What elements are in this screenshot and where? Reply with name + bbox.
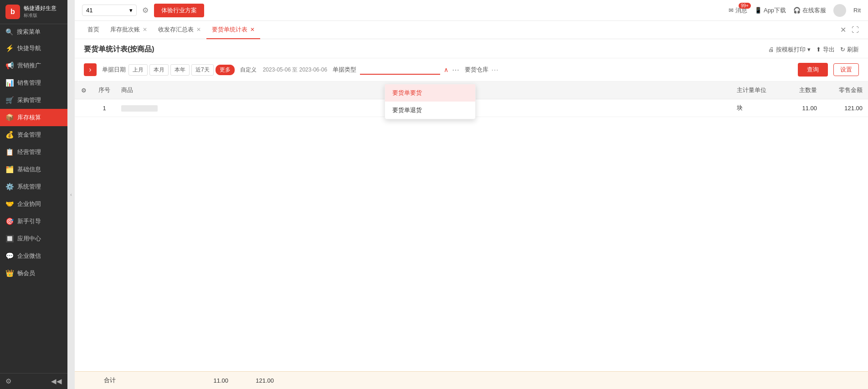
col-settings-header[interactable]: ⚙ bbox=[75, 82, 93, 99]
sidebar-item-label: 企业微信 bbox=[17, 252, 41, 260]
col-qty-header: 主数量 bbox=[777, 82, 822, 99]
sidebar-item-member[interactable]: 👑 畅会员 bbox=[0, 265, 67, 282]
sidebar-item-purchase[interactable]: 🛒 采购管理 bbox=[0, 92, 67, 109]
export-btn[interactable]: ⬆ 导出 bbox=[816, 46, 835, 54]
user-name: Rit bbox=[853, 7, 861, 14]
table-footer: 合计 11.00 121.00 bbox=[75, 371, 868, 389]
date-filter-group: 单据日期 上月 本月 本年 近7天 更多 自定义 2023-05-06 至 20… bbox=[102, 64, 327, 76]
filter-expand-btn[interactable]: › bbox=[84, 63, 97, 76]
tab-inventory-batch[interactable]: 库存批次账 ✕ bbox=[105, 21, 153, 39]
store-selector-value: 41 bbox=[86, 7, 92, 14]
message-icon: ✉ bbox=[729, 7, 734, 14]
type-filter-group: 单据类型 ∧ ⋯ bbox=[333, 65, 459, 75]
collapse-icon[interactable]: ◀◀ bbox=[51, 377, 62, 385]
sidebar-item-basic[interactable]: 🗂️ 基础信息 bbox=[0, 161, 67, 178]
this-year-btn[interactable]: 本年 bbox=[170, 64, 190, 76]
row-qty-cell: 11.00 bbox=[777, 99, 822, 117]
tab-home[interactable]: 首页 bbox=[82, 21, 105, 39]
type-dropdown-chevron-icon[interactable]: ∧ bbox=[444, 66, 448, 73]
system-icon: ⚙️ bbox=[5, 183, 14, 191]
logo-name: 畅捷通好生意 bbox=[24, 5, 56, 12]
sidebar-item-enterprise[interactable]: 🤝 企业协同 bbox=[0, 195, 67, 213]
topbar: 41 ▾ ⚙ 体验行业方案 ✉ 消息 99+ 📱 App下载 🎧 在线客服 Ri… bbox=[75, 0, 868, 21]
sidebar-item-label: 新手引导 bbox=[17, 217, 41, 225]
sidebar-search[interactable]: 🔍 搜索菜单 bbox=[0, 24, 67, 40]
tabs-expand-icon[interactable]: ⛶ bbox=[850, 25, 861, 35]
row-amount-cell: 121.00 bbox=[822, 99, 868, 117]
sidebar-item-operation[interactable]: 📋 经营管理 bbox=[0, 143, 67, 161]
warehouse-more-icon[interactable]: ⋯ bbox=[491, 66, 498, 74]
dropdown-item-order-goods[interactable]: 要货单要货 bbox=[385, 84, 475, 102]
tab-inventory-batch-close[interactable]: ✕ bbox=[143, 26, 147, 33]
sidebar-item-label: 基础信息 bbox=[17, 165, 41, 174]
marketing-icon: 📢 bbox=[5, 61, 14, 70]
row-unit-cell: 块 bbox=[731, 99, 777, 117]
tab-receive-summary-label: 收发存汇总表 bbox=[158, 26, 194, 34]
col-unit-header: 主计量单位 bbox=[731, 82, 777, 99]
last-month-btn[interactable]: 上月 bbox=[128, 64, 148, 76]
total-label: 合计 bbox=[80, 376, 183, 384]
dropdown-item-order-return[interactable]: 要货单退货 bbox=[385, 102, 475, 119]
type-more-icon[interactable]: ⋯ bbox=[452, 66, 459, 74]
enterprise-icon: 🤝 bbox=[5, 200, 14, 208]
settings-btn[interactable]: 设置 bbox=[833, 63, 859, 76]
more-dates-btn[interactable]: 更多 bbox=[216, 65, 235, 75]
quick-nav-icon: ⚡ bbox=[5, 44, 14, 52]
sidebar-item-label: 营销推广 bbox=[17, 61, 41, 70]
total-amount: 121.00 bbox=[228, 377, 274, 384]
type-dropdown: 要货单要货 要货单退货 bbox=[385, 84, 476, 119]
topbar-gear-icon[interactable]: ⚙ bbox=[142, 6, 149, 15]
page-header: 要货单统计表(按商品) 🖨 按模板打印 ▾ ⬆ 导出 ↻ 刷新 bbox=[75, 39, 868, 58]
sidebar-item-inventory[interactable]: 📦 库存核算 bbox=[0, 109, 67, 126]
tab-receive-summary[interactable]: 收发存汇总表 ✕ bbox=[153, 21, 206, 39]
sidebar-item-wechat[interactable]: 💬 企业微信 bbox=[0, 247, 67, 265]
col-num-header: 序号 bbox=[93, 82, 116, 99]
tab-order-summary-label: 要货单统计表 bbox=[212, 26, 247, 34]
sidebar: b 畅捷通好生意 标准版 🔍 搜索菜单 ⚡ 快捷导航 📢 营销推广 📊 销售管理… bbox=[0, 0, 67, 389]
query-btn[interactable]: 查询 bbox=[798, 63, 828, 77]
date-quick-btns: 上月 本月 本年 近7天 更多 自定义 bbox=[128, 64, 260, 76]
dropdown-item-label: 要货单退货 bbox=[392, 107, 422, 113]
sidebar-item-label: 快捷导航 bbox=[17, 44, 41, 52]
type-filter-input[interactable] bbox=[360, 65, 440, 75]
last-7-days-btn[interactable]: 近7天 bbox=[191, 64, 214, 76]
tab-inventory-batch-label: 库存批次账 bbox=[110, 26, 140, 34]
settings-icon[interactable]: ⚙ bbox=[5, 377, 11, 385]
sidebar-item-guide[interactable]: 🎯 新手引导 bbox=[0, 213, 67, 230]
headset-icon: 🎧 bbox=[793, 7, 801, 14]
sidebar-collapse-toggle[interactable]: ‹ bbox=[67, 0, 75, 389]
user-avatar[interactable] bbox=[833, 4, 846, 17]
refresh-btn[interactable]: ↻ 刷新 bbox=[840, 46, 859, 54]
store-selector[interactable]: 41 ▾ bbox=[82, 5, 137, 16]
trial-btn[interactable]: 体验行业方案 bbox=[154, 4, 204, 17]
sidebar-item-apps[interactable]: 🔲 应用中心 bbox=[0, 230, 67, 247]
sidebar-item-marketing[interactable]: 📢 营销推广 bbox=[0, 57, 67, 74]
main-area: 41 ▾ ⚙ 体验行业方案 ✉ 消息 99+ 📱 App下载 🎧 在线客服 Ri… bbox=[75, 0, 868, 389]
print-label: 按模板打印 bbox=[776, 46, 806, 54]
tabs-close-all-icon[interactable]: ✕ bbox=[838, 25, 848, 35]
sidebar-item-system[interactable]: ⚙️ 系统管理 bbox=[0, 178, 67, 195]
messages-badge: 99+ bbox=[739, 3, 751, 9]
sidebar-search-label: 搜索菜单 bbox=[17, 28, 41, 36]
sidebar-item-label: 销售管理 bbox=[17, 79, 41, 87]
sidebar-item-quick-nav[interactable]: ⚡ 快捷导航 bbox=[0, 40, 67, 57]
dropdown-item-label: 要货单要货 bbox=[392, 89, 422, 96]
search-icon: 🔍 bbox=[5, 28, 13, 36]
messages-btn[interactable]: ✉ 消息 99+ bbox=[729, 6, 747, 15]
app-download-btn[interactable]: 📱 App下载 bbox=[755, 6, 786, 15]
this-month-btn[interactable]: 本月 bbox=[149, 64, 169, 76]
print-template-btn[interactable]: 🖨 按模板打印 ▾ bbox=[768, 46, 811, 54]
online-service-btn[interactable]: 🎧 在线客服 bbox=[793, 6, 826, 15]
sidebar-item-label: 采购管理 bbox=[17, 96, 41, 104]
tab-order-summary-close[interactable]: ✕ bbox=[250, 26, 255, 33]
row-settings-cell bbox=[75, 99, 93, 117]
total-qty: 11.00 bbox=[183, 377, 228, 384]
tab-receive-summary-close[interactable]: ✕ bbox=[196, 26, 201, 33]
tab-order-summary[interactable]: 要货单统计表 ✕ bbox=[206, 21, 260, 39]
date-filter-label: 单据日期 bbox=[102, 66, 126, 74]
sidebar-item-finance[interactable]: 💰 资金管理 bbox=[0, 126, 67, 143]
sidebar-item-sales[interactable]: 📊 销售管理 bbox=[0, 74, 67, 92]
refresh-icon: ↻ bbox=[840, 46, 845, 53]
type-filter-label: 单据类型 bbox=[333, 66, 356, 74]
custom-date-btn[interactable]: 自定义 bbox=[236, 65, 260, 75]
